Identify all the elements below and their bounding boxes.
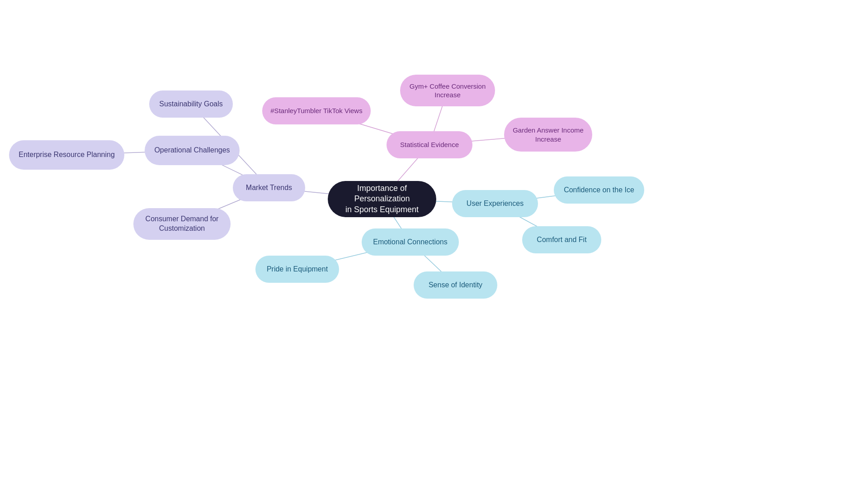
node-emotional-connections[interactable]: Emotional Connections: [362, 228, 459, 256]
node-statistical-evidence[interactable]: Statistical Evidence: [387, 131, 472, 158]
node-consumer-demand[interactable]: Consumer Demand forCustomization: [133, 208, 231, 240]
node-center[interactable]: Importance of Personalizationin Sports E…: [328, 181, 436, 217]
node-market-trends[interactable]: Market Trends: [233, 174, 305, 201]
node-garden-answer[interactable]: Garden Answer IncomeIncrease: [504, 118, 592, 152]
node-enterprise-resource[interactable]: Enterprise Resource Planning: [9, 140, 124, 170]
node-gym-coffee[interactable]: Gym+ Coffee ConversionIncrease: [400, 75, 495, 106]
node-sustainability-goals[interactable]: Sustainability Goals: [149, 90, 233, 118]
node-confidence-ice[interactable]: Confidence on the Ice: [554, 176, 644, 204]
node-sense-identity[interactable]: Sense of Identity: [414, 271, 497, 299]
node-comfort-fit[interactable]: Comfort and Fit: [522, 226, 601, 253]
node-pride-equipment[interactable]: Pride in Equipment: [255, 256, 339, 283]
node-user-experiences[interactable]: User Experiences: [452, 190, 538, 217]
node-operational-challenges[interactable]: Operational Challenges: [145, 136, 240, 165]
node-stanley-tumbler[interactable]: #StanleyTumbler TikTok Views: [262, 97, 371, 124]
